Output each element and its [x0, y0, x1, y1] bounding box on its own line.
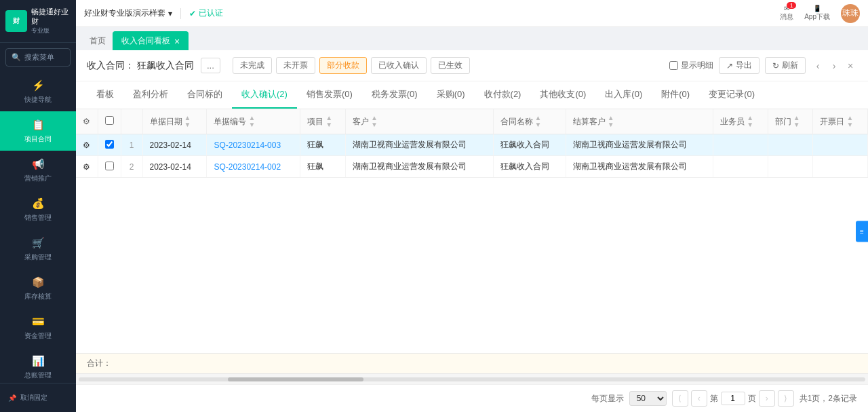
more-options-button[interactable]: ...: [201, 58, 220, 73]
nav-label-inventory: 库存核算: [24, 292, 52, 301]
row-contract-1: 狂飙收入合同: [493, 134, 566, 156]
page-input[interactable]: 1: [721, 392, 745, 405]
row-code-link-1[interactable]: SQ-20230214-003: [214, 141, 281, 150]
row-project-1: 狂飙: [300, 134, 346, 156]
download-icon: 📱: [813, 5, 821, 12]
topbar-right: ✉ 1 消息 📱 App下载 珠珠: [780, 4, 860, 23]
sub-tab-board[interactable]: 看板: [87, 81, 123, 109]
sub-tab-tax-invoice[interactable]: 税务发票(0): [362, 81, 427, 109]
sub-tab-sales-invoice[interactable]: 销售发票(0): [297, 81, 362, 109]
sub-tab-warehouse[interactable]: 出入库(0): [595, 81, 652, 109]
tab-close-button[interactable]: ×: [174, 37, 180, 46]
breadcrumb-home[interactable]: 首页: [84, 33, 111, 50]
message-badge: 1: [787, 2, 796, 9]
right-panel-toggle[interactable]: ≡: [856, 221, 868, 242]
show-detail-checkbox-label: 显示明细: [669, 60, 713, 71]
th-code[interactable]: 单据编号▲▼: [207, 109, 300, 134]
company-selector[interactable]: 好业财专业版演示样套 ▾: [84, 7, 172, 19]
th-checkbox: [98, 109, 121, 134]
next-page-button[interactable]: ›: [759, 390, 775, 407]
search-menu-button[interactable]: 🔍 搜索菜单: [5, 48, 71, 67]
sidebar-item-project-contract[interactable]: 📋项目合同: [0, 111, 76, 151]
th-settings: ⚙: [76, 109, 98, 134]
search-label: 搜索菜单: [24, 52, 54, 62]
sub-tab-other-income[interactable]: 其他收支(0): [530, 81, 595, 109]
sidebar-item-quick-nav[interactable]: ⚡快捷导航: [0, 72, 76, 111]
sidebar-item-capital[interactable]: 💳资金管理: [0, 308, 76, 348]
th-project[interactable]: 项目▲▼: [300, 109, 346, 134]
horizontal-scrollbar[interactable]: [76, 373, 868, 384]
topbar: 好业财专业版演示样套 ▾ ✔ 已认证 ✉ 1 消息 📱 App下载 珠珠: [76, 0, 868, 27]
prev-window-button[interactable]: ‹: [811, 59, 825, 73]
status-btn-partial-collected[interactable]: 部分收款: [319, 57, 367, 74]
th-salesperson[interactable]: 业务员▲▼: [713, 109, 768, 134]
message-button[interactable]: ✉ 1 消息: [780, 5, 793, 22]
last-page-button[interactable]: ⟩: [778, 390, 794, 407]
table-container[interactable]: ⚙单据日期▲▼单据编号▲▼项目▲▼客户▲▼合同名称▲▼结算客户▲▼业务员▲▼部门…: [76, 109, 868, 353]
th-settle-customer[interactable]: 结算客户▲▼: [566, 109, 713, 134]
sub-tab-profit[interactable]: 盈利分析: [123, 81, 178, 109]
status-btn-not-invoiced[interactable]: 未开票: [276, 57, 315, 74]
table-row[interactable]: ⚙ 1 2023-02-14 SQ-20230214-003 狂飙 湖南卫视商业…: [76, 134, 868, 156]
refresh-button[interactable]: ↻ 刷新: [765, 57, 806, 74]
sidebar-item-accounting[interactable]: 📊总账管理: [0, 348, 76, 383]
sidebar-item-purchase[interactable]: 🛒采购管理: [0, 229, 76, 269]
page-title: 收入合同： 狂飙收入合同: [87, 60, 194, 72]
row-select-checkbox-1[interactable]: [105, 140, 114, 149]
row-settings-2[interactable]: ⚙: [76, 156, 98, 178]
first-page-button[interactable]: ⟨: [672, 390, 688, 407]
per-page-select[interactable]: 50 100 200: [629, 391, 667, 406]
row-code-link-2[interactable]: SQ-20230214-002: [214, 162, 281, 172]
scrollbar-track: [79, 377, 865, 381]
next-window-button[interactable]: ›: [827, 59, 841, 73]
th-department[interactable]: 部门▲▼: [768, 109, 813, 134]
sub-tab-contract-standard[interactable]: 合同标的: [178, 81, 232, 109]
th-contract-name[interactable]: 合同名称▲▼: [493, 109, 566, 134]
status-btn-confirmed[interactable]: 已收入确认: [371, 57, 427, 74]
sidebar-item-marketing[interactable]: 📢营销推广: [0, 151, 76, 190]
sub-tab-payment[interactable]: 收付款(2): [475, 81, 531, 109]
sub-tab-change-record[interactable]: 变更记录(0): [699, 81, 764, 109]
row-checkbox-1[interactable]: [98, 134, 121, 156]
row-code-1[interactable]: SQ-20230214-003: [207, 134, 300, 156]
th-customer[interactable]: 客户▲▼: [345, 109, 493, 134]
row-dept-1: [768, 134, 813, 156]
col-label-date: 单据日期: [150, 116, 182, 128]
status-btn-effective[interactable]: 已生效: [431, 57, 470, 74]
sub-tab-purchase[interactable]: 采购(0): [427, 81, 475, 109]
th-date[interactable]: 单据日期▲▼: [142, 109, 207, 134]
show-detail-checkbox[interactable]: [669, 61, 678, 70]
col-label-open-date: 开票日: [820, 116, 844, 128]
app-download-button[interactable]: 📱 App下载: [804, 5, 830, 22]
sidebar-item-inventory[interactable]: 📦库存核算: [0, 269, 76, 308]
row-select-checkbox-2[interactable]: [105, 162, 114, 170]
settings-icon: ⚙: [83, 141, 90, 150]
sub-tab-attachment[interactable]: 附件(0): [652, 81, 699, 109]
status-btn-incomplete[interactable]: 未完成: [233, 57, 272, 74]
tab-income-contract[interactable]: 收入合同看板 ×: [113, 31, 189, 50]
nav-icon-inventory: 📦: [31, 276, 45, 289]
user-avatar[interactable]: 珠珠: [841, 4, 860, 23]
row-settings-1[interactable]: ⚙: [76, 134, 98, 156]
nav-label-sales: 销售管理: [24, 213, 52, 223]
row-code-2[interactable]: SQ-20230214-002: [207, 156, 300, 178]
close-window-button[interactable]: ×: [844, 59, 857, 73]
bottom-label-cancel-fixed: 取消固定: [20, 393, 47, 402]
per-page-label: 每页显示: [591, 393, 624, 405]
scrollbar-thumb[interactable]: [228, 377, 363, 381]
col-label-department: 部门: [775, 116, 791, 128]
prev-page-button[interactable]: ‹: [691, 390, 707, 407]
page-label: 第: [710, 393, 718, 405]
select-all-checkbox[interactable]: [105, 116, 114, 125]
row-checkbox-2[interactable]: [98, 156, 121, 178]
content-area: 首页 收入合同看板 × 收入合同： 狂飙收入合同 ... 未完成未开票部分收款已…: [76, 27, 868, 412]
sidebar-item-sales[interactable]: 💰销售管理: [0, 190, 76, 229]
table-row[interactable]: ⚙ 2 2023-02-14 SQ-20230214-002 狂飙 湖南卫视商业…: [76, 156, 868, 178]
export-button[interactable]: ↗ 导出: [719, 57, 760, 74]
th-open-date[interactable]: 开票日▲▼: [813, 109, 868, 134]
sidebar-bottom-cancel-fixed[interactable]: 📌取消固定: [5, 389, 71, 407]
sort-icon-code: ▲▼: [248, 115, 255, 128]
page-header-right: 显示明细 ↗ 导出 ↻ 刷新 ‹ › ×: [669, 57, 857, 74]
search-area: 🔍 搜索菜单: [0, 43, 76, 72]
sub-tab-income-confirm[interactable]: 收入确认(2): [232, 81, 297, 109]
